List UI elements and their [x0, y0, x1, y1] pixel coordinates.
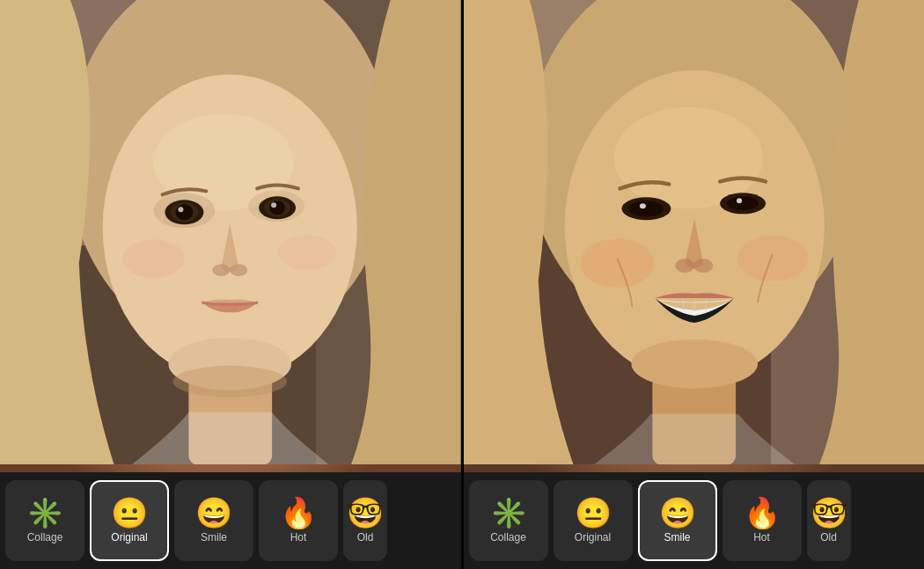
svg-point-11: [175, 204, 193, 220]
svg-point-37: [737, 198, 742, 203]
svg-point-36: [727, 196, 759, 210]
filter-label-original-right: Original: [575, 531, 611, 543]
filter-emoji-hot-left: 🔥: [280, 498, 317, 528]
filter-emoji-smile-left: 😄: [195, 498, 232, 528]
filter-btn-original-right[interactable]: 😐Original: [554, 480, 633, 561]
filter-emoji-old-left: 🤓: [347, 498, 384, 528]
filter-btn-hot-left[interactable]: 🔥Hot: [259, 480, 338, 561]
svg-point-19: [123, 239, 185, 278]
svg-point-43: [631, 339, 758, 389]
filter-emoji-original-right: 😐: [575, 498, 612, 528]
filter-btn-collage-left[interactable]: ✳️Collage: [5, 480, 84, 561]
filter-label-old-left: Old: [357, 531, 374, 543]
svg-point-38: [675, 259, 694, 273]
filter-btn-smile-right[interactable]: 😄Smile: [638, 480, 717, 561]
filter-btn-old-right[interactable]: 🤓Old: [807, 480, 851, 561]
filter-emoji-smile-right: 😄: [659, 498, 696, 528]
filter-emoji-original-left: 😐: [111, 498, 148, 528]
filter-emoji-hot-right: 🔥: [744, 498, 781, 528]
filter-label-collage-left: Collage: [27, 531, 63, 543]
images-row: [0, 0, 924, 472]
filter-label-hot-left: Hot: [290, 531, 307, 543]
filter-label-original-left: Original: [111, 531, 147, 543]
filter-label-old-right: Old: [820, 531, 837, 543]
svg-point-39: [693, 259, 713, 273]
filter-label-smile-left: Smile: [201, 531, 227, 543]
filter-btn-old-left[interactable]: 🤓Old: [343, 480, 387, 561]
filter-btn-collage-right[interactable]: ✳️Collage: [469, 480, 548, 561]
svg-point-30: [580, 238, 654, 288]
filter-emoji-collage-left: ✳️: [26, 498, 63, 528]
filter-btn-smile-left[interactable]: 😄Smile: [174, 480, 253, 561]
filter-label-hot-right: Hot: [753, 531, 770, 543]
svg-point-34: [639, 203, 645, 208]
toolbar-right: ✳️Collage😐Original😄Smile🔥Hot🤓Old: [469, 480, 920, 561]
filter-label-collage-right: Collage: [490, 531, 526, 543]
svg-point-22: [172, 366, 287, 398]
toolbar-left: ✳️Collage😐Original😄Smile🔥Hot🤓Old: [5, 480, 456, 561]
svg-point-15: [269, 201, 285, 215]
svg-point-33: [628, 201, 664, 216]
filter-btn-hot-right[interactable]: 🔥Hot: [722, 480, 802, 561]
svg-point-18: [230, 264, 247, 276]
toolbar-divider: [461, 472, 464, 569]
app-container: ✳️Collage😐Original😄Smile🔥Hot🤓Old ✳️Colla…: [0, 0, 924, 569]
filter-emoji-old-right: 🤓: [810, 498, 847, 528]
filter-label-smile-right: Smile: [664, 531, 690, 543]
svg-point-12: [178, 207, 183, 212]
filter-btn-original-left[interactable]: 😐Original: [90, 480, 169, 561]
svg-point-17: [212, 264, 230, 276]
svg-point-20: [278, 235, 336, 270]
right-image-panel: [461, 0, 925, 472]
filter-emoji-collage-right: ✳️: [490, 498, 527, 528]
toolbar: ✳️Collage😐Original😄Smile🔥Hot🤓Old ✳️Colla…: [0, 472, 924, 569]
svg-point-16: [271, 202, 276, 208]
svg-point-31: [737, 236, 808, 281]
left-image-panel: [0, 0, 461, 472]
